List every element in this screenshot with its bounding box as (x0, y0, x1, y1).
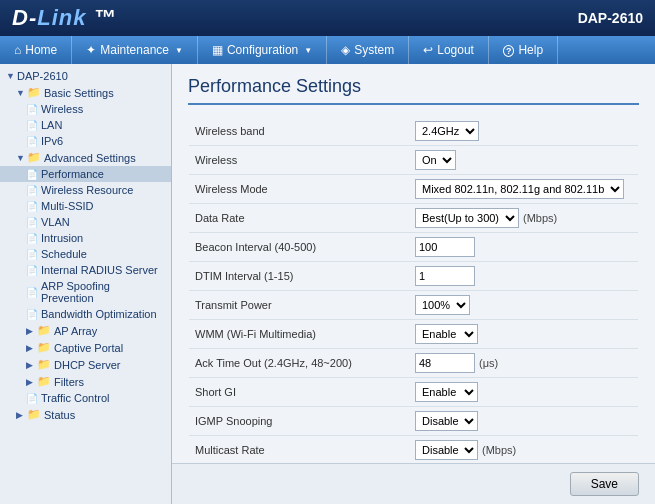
sidebar-item-dap2610[interactable]: ▼DAP-2610 (0, 68, 171, 84)
setting-control-transmit-power: 100%50%25% (409, 291, 638, 320)
sidebar-item-label: Wireless (41, 103, 83, 115)
nav-help[interactable]: Help (489, 36, 558, 64)
expand-icon: ▶ (26, 377, 34, 387)
sidebar-item-status[interactable]: ▶📁Status (0, 406, 171, 423)
system-icon (341, 43, 350, 57)
settings-row-wireless-mode: Wireless ModeMixed 802.11n, 802.11g and … (189, 175, 638, 204)
help-icon (503, 43, 515, 57)
multicast-rate-unit: (Mbps) (482, 444, 516, 456)
save-button[interactable]: Save (570, 472, 639, 496)
sidebar-item-label: Advanced Settings (44, 152, 136, 164)
ack-timeout-input[interactable] (415, 353, 475, 373)
setting-control-wireless-mode: Mixed 802.11n, 802.11g and 802.11b (409, 175, 638, 204)
content-area: Performance Settings Wireless band2.4GHz… (172, 64, 655, 463)
sidebar-item-ipv6[interactable]: 📄IPv6 (0, 133, 171, 149)
expand-icon: ▶ (16, 410, 24, 420)
logo: D-Link ™ (12, 5, 117, 31)
nav-maintenance[interactable]: Maintenance ▼ (72, 36, 198, 64)
multicast-rate-select[interactable]: Disable (415, 440, 478, 460)
nav-system[interactable]: System (327, 36, 409, 64)
folder-icon: 📁 (27, 151, 41, 164)
wireless-band-select[interactable]: 2.4GHz5GHz (415, 121, 479, 141)
sidebar-item-intrusion[interactable]: 📄Intrusion (0, 230, 171, 246)
wireless-select[interactable]: OnOff (415, 150, 456, 170)
setting-label-beacon-interval: Beacon Interval (40-500) (189, 233, 409, 262)
sidebar-item-schedule[interactable]: 📄Schedule (0, 246, 171, 262)
sidebar-item-arp-spoofing[interactable]: 📄ARP Spoofing Prevention (0, 278, 171, 306)
setting-label-ack-timeout: Ack Time Out (2.4GHz, 48~200) (189, 349, 409, 378)
beacon-interval-input[interactable] (415, 237, 475, 257)
folder-icon: 📁 (37, 375, 51, 388)
wmm-select[interactable]: EnableDisable (415, 324, 478, 344)
sidebar-item-label: Status (44, 409, 75, 421)
page-title: Performance Settings (188, 76, 639, 105)
settings-row-data-rate: Data RateBest(Up to 300)(Mbps) (189, 204, 638, 233)
expand-icon: ▼ (16, 88, 24, 98)
folder-icon: 📁 (37, 358, 51, 371)
sidebar-item-label: ARP Spoofing Prevention (41, 280, 165, 304)
sidebar-item-bandwidth-opt[interactable]: 📄Bandwidth Optimization (0, 306, 171, 322)
transmit-power-select[interactable]: 100%50%25% (415, 295, 470, 315)
chevron-down-icon: ▼ (175, 46, 183, 55)
sidebar-item-multi-ssid[interactable]: 📄Multi-SSID (0, 198, 171, 214)
sidebar-item-dhcp-server[interactable]: ▶📁DHCP Server (0, 356, 171, 373)
sidebar-item-label: DAP-2610 (17, 70, 68, 82)
dtim-interval-input[interactable] (415, 266, 475, 286)
setting-control-wireless: OnOff (409, 146, 638, 175)
nav-configuration[interactable]: Configuration ▼ (198, 36, 327, 64)
sidebar-item-wireless[interactable]: 📄Wireless (0, 101, 171, 117)
doc-icon: 📄 (26, 217, 38, 228)
chevron-down-icon: ▼ (304, 46, 312, 55)
igmp-snooping-select[interactable]: DisableEnable (415, 411, 478, 431)
sidebar-item-captive-portal[interactable]: ▶📁Captive Portal (0, 339, 171, 356)
main-layout: ▼DAP-2610▼📁Basic Settings📄Wireless📄LAN📄I… (0, 64, 655, 504)
doc-icon: 📄 (26, 201, 38, 212)
sidebar-item-performance[interactable]: 📄Performance (0, 166, 171, 182)
nav-home[interactable]: Home (0, 36, 72, 64)
doc-icon: 📄 (26, 233, 38, 244)
sidebar-item-lan[interactable]: 📄LAN (0, 117, 171, 133)
doc-icon: 📄 (26, 287, 38, 298)
sidebar-item-basic-settings[interactable]: ▼📁Basic Settings (0, 84, 171, 101)
setting-label-wireless: Wireless (189, 146, 409, 175)
data-rate-unit: (Mbps) (523, 212, 557, 224)
setting-label-short-gi: Short GI (189, 378, 409, 407)
setting-control-igmp-snooping: DisableEnable (409, 407, 638, 436)
sidebar-item-advanced-settings[interactable]: ▼📁Advanced Settings (0, 149, 171, 166)
setting-label-dtim-interval: DTIM Interval (1-15) (189, 262, 409, 291)
setting-label-multicast-rate: Multicast Rate (189, 436, 409, 464)
sidebar-item-wireless-resource[interactable]: 📄Wireless Resource (0, 182, 171, 198)
sidebar-item-label: DHCP Server (54, 359, 120, 371)
expand-icon: ▼ (6, 71, 14, 81)
wrench-icon (86, 43, 96, 57)
sidebar-item-label: Traffic Control (41, 392, 109, 404)
setting-label-wireless-mode: Wireless Mode (189, 175, 409, 204)
setting-control-dtim-interval (409, 262, 638, 291)
folder-icon: 📁 (37, 324, 51, 337)
sidebar-item-vlan[interactable]: 📄VLAN (0, 214, 171, 230)
sidebar-item-label: Intrusion (41, 232, 83, 244)
setting-control-short-gi: EnableDisable (409, 378, 638, 407)
sidebar-item-ap-array[interactable]: ▶📁AP Array (0, 322, 171, 339)
expand-icon: ▶ (26, 343, 34, 353)
sidebar-item-label: Schedule (41, 248, 87, 260)
data-rate-select[interactable]: Best(Up to 300) (415, 208, 519, 228)
sidebar-item-label: VLAN (41, 216, 70, 228)
sidebar-item-filters[interactable]: ▶📁Filters (0, 373, 171, 390)
setting-control-multicast-rate: Disable(Mbps) (409, 436, 638, 464)
header: D-Link ™ DAP-2610 (0, 0, 655, 36)
sidebar-item-label: AP Array (54, 325, 97, 337)
home-icon (14, 43, 21, 57)
doc-icon: 📄 (26, 249, 38, 260)
sidebar-item-internal-radius[interactable]: 📄Internal RADIUS Server (0, 262, 171, 278)
settings-table: Wireless band2.4GHz5GHzWirelessOnOffWire… (188, 117, 639, 463)
settings-row-wireless: WirelessOnOff (189, 146, 638, 175)
setting-control-ack-timeout: (μs) (409, 349, 638, 378)
short-gi-select[interactable]: EnableDisable (415, 382, 478, 402)
doc-icon: 📄 (26, 136, 38, 147)
sidebar-item-traffic-control[interactable]: 📄Traffic Control (0, 390, 171, 406)
nav-logout[interactable]: Logout (409, 36, 489, 64)
sidebar-item-label: IPv6 (41, 135, 63, 147)
navbar: Home Maintenance ▼ Configuration ▼ Syste… (0, 36, 655, 64)
wireless-mode-select[interactable]: Mixed 802.11n, 802.11g and 802.11b (415, 179, 624, 199)
